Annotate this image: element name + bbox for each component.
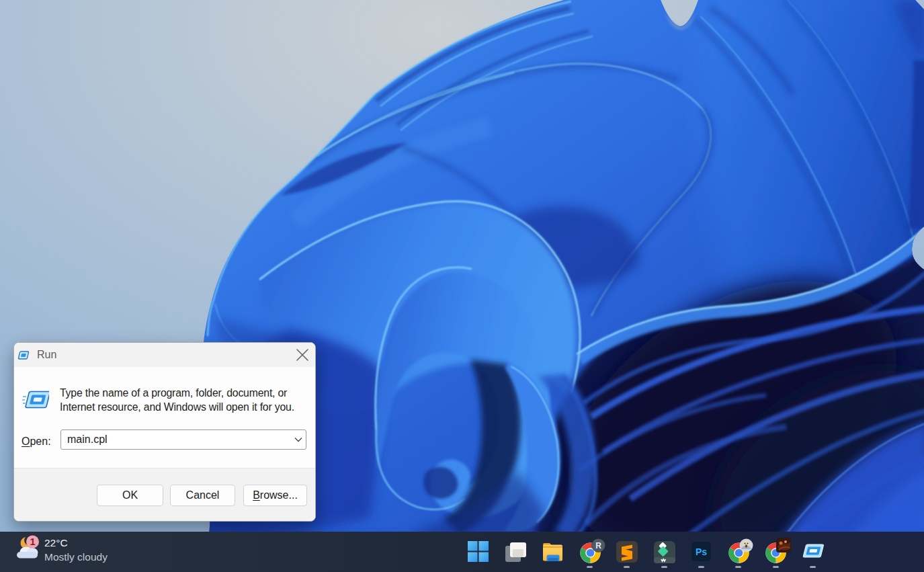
svg-text:R: R (595, 541, 601, 550)
svg-text:1: 1 (30, 536, 35, 547)
svg-text:Ps: Ps (696, 546, 707, 557)
